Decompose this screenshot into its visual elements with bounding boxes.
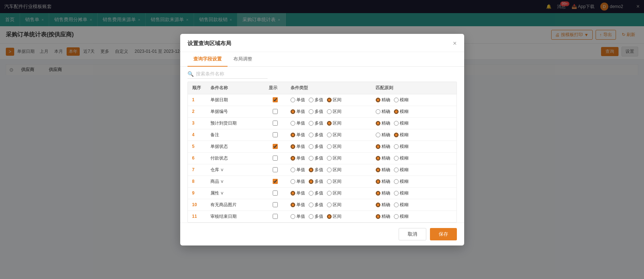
search-input[interactable] — [196, 71, 268, 76]
dialog-header: 设置查询区域布局 × — [180, 34, 464, 52]
settings-dialog: 设置查询区域布局 × 查询字段设置 布局调整 🔍 顺序 条件名称 显示 — [180, 34, 464, 80]
tab-query-fields[interactable]: 查询字段设置 — [187, 52, 228, 67]
search-wrap: 🔍 — [187, 71, 268, 79]
dialog-close-button[interactable]: × — [453, 40, 457, 47]
dialog-tabs: 查询字段设置 布局调整 — [180, 52, 464, 67]
dialog-title: 设置查询区域布局 — [187, 40, 231, 47]
tab-layout-adjust-label: 布局调整 — [233, 56, 252, 62]
dialog-overlay: 设置查询区域布局 × 查询字段设置 布局调整 🔍 顺序 条件名称 显示 — [0, 0, 644, 79]
search-icon: 🔍 — [187, 71, 194, 77]
tab-query-fields-label: 查询字段设置 — [193, 56, 222, 62]
dialog-search-area: 🔍 — [180, 67, 464, 80]
tab-layout-adjust[interactable]: 布局调整 — [228, 52, 258, 67]
